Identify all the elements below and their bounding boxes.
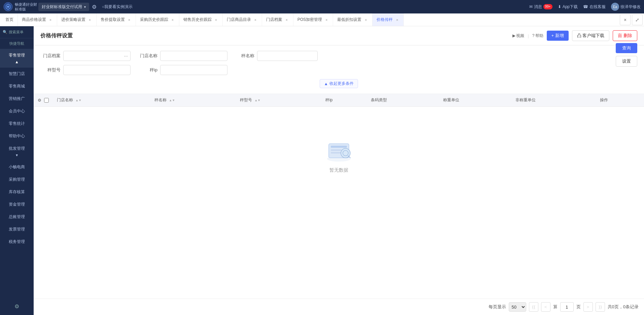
tabs-close-btn[interactable]: × <box>620 14 631 25</box>
query-button[interactable]: 查询 <box>616 43 637 53</box>
close-icon[interactable]: × <box>170 18 175 22</box>
sidebar-bottom: ⚙ <box>0 298 34 315</box>
sidebar-item-label: 零售商城 <box>9 83 25 89</box>
tab-min-discount[interactable]: 最低折扣设置 × <box>333 13 372 26</box>
sidebar-item-marketing[interactable]: 营销推广 <box>0 93 34 105</box>
messages-badge: 99+ <box>543 4 552 9</box>
chevron-down-icon: ▾ <box>84 5 86 9</box>
sidebar-item-label: 资金管理 <box>9 202 25 207</box>
scale-model-input[interactable] <box>63 65 131 75</box>
scale-ip-input[interactable] <box>160 65 227 75</box>
tabs-restore-btn[interactable]: ⤢ <box>632 14 643 25</box>
version-selector[interactable]: 好业财标准版交付试用 ▾ <box>38 3 89 11</box>
messages-label: 消息 <box>534 4 542 10</box>
settings-button[interactable]: 设置 <box>616 56 637 67</box>
th-barcode-type: 条码类型 <box>367 94 439 107</box>
tab-pos[interactable]: POS加密管理 × <box>293 13 333 26</box>
user-info[interactable]: Ea 徐泽华修改 <box>611 3 641 11</box>
th-operation: 操作 <box>596 94 644 107</box>
tab-store-catalog[interactable]: 门店商品目录 × <box>223 13 262 26</box>
th-weight-unit: 称重单位 <box>439 94 511 107</box>
app-download-btn[interactable]: ⬇ App下载 <box>558 4 578 10</box>
sidebar-gear-btn[interactable]: ⚙ <box>11 301 22 312</box>
sidebar-item-inventory[interactable]: 库存核算 <box>0 186 34 198</box>
th-store-name: 门店名称 ▲▼ <box>53 94 150 107</box>
sidebar-item-smart-store[interactable]: 智慧门店 <box>0 68 34 80</box>
last-page-button[interactable]: ⟩⟩ <box>596 302 605 312</box>
sidebar-item-accounting[interactable]: 总账管理 <box>0 211 34 223</box>
close-icon[interactable]: × <box>48 18 53 22</box>
sidebar-item-invoice[interactable]: 发票管理 <box>0 223 34 236</box>
next-page-button[interactable]: ＞ <box>583 302 593 312</box>
close-icon[interactable]: × <box>127 18 132 22</box>
top-header: 畅捷通好业财 标准版 好业财标准版交付试用 ▾ ⚙ ○ 我要看实例演示 ✉ 消息… <box>0 0 644 13</box>
tab-price-scale[interactable]: 价格传秤 × <box>372 13 404 26</box>
sidebar-item-finance[interactable]: 资金管理 <box>0 198 34 211</box>
sidebar-search[interactable]: 🔍 搜索菜单 <box>0 26 34 38</box>
tabs-bar: 首页 商品价格设置 × 进价策略设置 × 售价提取设置 × 采购历史价跟踪 × … <box>0 13 644 26</box>
sort-icon: ▲▼ <box>75 99 81 102</box>
help-link[interactable]: ? 帮助 <box>532 33 543 39</box>
th-scale-model: 秤型号 ▲▼ <box>236 94 321 107</box>
close-icon[interactable]: × <box>214 18 218 22</box>
tab-goods-price[interactable]: 商品价格设置 × <box>18 13 57 26</box>
online-service-btn[interactable]: ☎ 在线客服 <box>583 4 606 10</box>
store-archive-input[interactable] <box>63 51 131 61</box>
tab-purchase-strategy[interactable]: 进价策略设置 × <box>57 13 97 26</box>
store-name-input[interactable] <box>160 51 227 61</box>
close-icon[interactable]: × <box>87 18 92 22</box>
sidebar-item-help[interactable]: 帮助中心 <box>0 130 34 142</box>
table-config-icon[interactable]: ⚙ <box>38 98 41 103</box>
select-all-checkbox[interactable] <box>44 98 49 103</box>
sidebar-item-label: 总账管理 <box>9 214 25 220</box>
sidebar-quicknav[interactable]: 快捷导航 <box>0 38 34 49</box>
tab-label: 采购历史价跟踪 <box>140 17 168 23</box>
app-logo-icon <box>3 2 13 11</box>
main-layout: 🔍 搜索菜单 快捷导航 零售管理 ▲ 智慧门店 零售商城 营销推广 会员中心 零… <box>0 26 644 315</box>
version-label: 好业财标准版交付试用 <box>42 4 82 10</box>
th-scale-ip: 秤ip <box>321 94 367 107</box>
tab-label: 进价策略设置 <box>61 17 85 23</box>
add-button[interactable]: + 新增 <box>547 31 569 41</box>
page-number-input[interactable] <box>560 302 574 312</box>
first-page-button[interactable]: ⟨⟨ <box>529 302 538 312</box>
help-icon: ? <box>532 33 535 38</box>
ellipsis-icon[interactable]: ··· <box>124 53 128 59</box>
collapse-button[interactable]: ▲ 收起更多条件 <box>320 79 358 88</box>
sidebar-item-wholesale[interactable]: 批发管理 ▾ <box>0 142 34 161</box>
prev-page-button[interactable]: ＜ <box>541 302 550 312</box>
sidebar-item-ecommerce[interactable]: 小畅电商 <box>0 161 34 173</box>
sidebar-item-retail-stats[interactable]: 零售统计 <box>0 117 34 130</box>
tab-store-archive[interactable]: 门店档案 × <box>262 13 293 26</box>
scale-name-group: 秤名称 <box>234 51 318 61</box>
sidebar-item-tax[interactable]: 税务管理 <box>0 236 34 248</box>
store-name-label: 门店名称 <box>137 53 157 59</box>
messages-btn[interactable]: ✉ 消息 99+ <box>529 4 552 10</box>
close-icon[interactable]: × <box>253 18 258 22</box>
page-size-select[interactable]: 50 10 20 100 <box>509 302 526 312</box>
tab-sale-price[interactable]: 售价提取设置 × <box>97 13 136 26</box>
tab-label: 最低折扣设置 <box>337 17 361 23</box>
config-icon[interactable]: ⚙ <box>92 4 97 10</box>
client-download-button[interactable]: 凸 客户端下载 <box>572 30 610 41</box>
delete-button[interactable]: 亩 删除 <box>613 30 637 41</box>
close-icon[interactable]: × <box>363 18 368 22</box>
close-icon[interactable]: × <box>284 18 289 22</box>
tab-sale-history[interactable]: 销售历史价跟踪 × <box>179 13 223 26</box>
scale-name-input[interactable] <box>257 51 318 61</box>
video-link[interactable]: ▶ 视频 <box>512 33 524 39</box>
tab-purchase-history[interactable]: 采购历史价跟踪 × <box>136 13 179 26</box>
sidebar-item-retail-mall[interactable]: 零售商城 <box>0 80 34 93</box>
sidebar-item-retail[interactable]: 零售管理 ▲ <box>0 49 34 68</box>
store-name-group: 门店名称 <box>137 51 227 61</box>
close-icon[interactable]: × <box>324 18 329 22</box>
sidebar-item-purchase[interactable]: 采购管理 <box>0 173 34 186</box>
close-icon[interactable]: × <box>395 18 399 22</box>
demo-link[interactable]: ○ 我要看实例演示 <box>102 4 133 10</box>
tab-label: 门店档案 <box>266 17 282 23</box>
sidebar-item-label: 帮助中心 <box>9 133 25 139</box>
sidebar-item-member[interactable]: 会员中心 <box>0 105 34 117</box>
tab-home[interactable]: 首页 <box>1 13 18 26</box>
svg-rect-4 <box>331 146 347 148</box>
scale-ip-group: 秤ip <box>137 65 227 75</box>
